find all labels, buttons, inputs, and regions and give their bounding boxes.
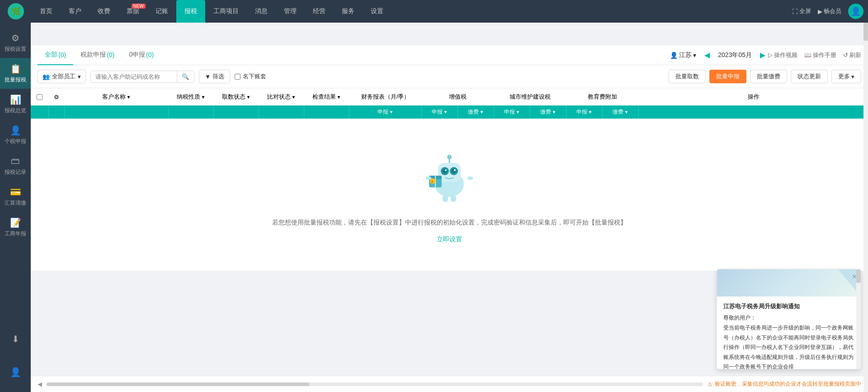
nav-accounting[interactable]: 记账 — [147, 0, 176, 23]
check-result-filter-icon[interactable]: ▼ — [337, 95, 341, 100]
annual-report-icon: 📝 — [10, 217, 21, 228]
user-avatar[interactable]: 👤 — [848, 4, 863, 19]
nav-billing[interactable]: 收费 — [90, 0, 118, 23]
svg-rect-18 — [451, 196, 456, 202]
operation-manual-btn[interactable]: 📖 操作手册 — [804, 51, 836, 59]
fetch-filter-icon[interactable]: ▼ — [246, 95, 251, 100]
tab-tax-declare[interactable]: 税款申报 (0) — [73, 45, 122, 65]
th-checkbox[interactable] — [31, 88, 49, 105]
filter-icon: ▼ — [205, 73, 211, 80]
current-date: 2023年05月 — [718, 51, 752, 59]
operation-video-btn[interactable]: ▷ 操作视频 — [768, 51, 797, 59]
sidebar-download[interactable]: ⬇ — [0, 324, 31, 354]
sidebar-item-tax-record[interactable]: 🗃 报税记录 — [0, 150, 31, 181]
region-selector[interactable]: 👤 江苏 ▾ — [670, 51, 696, 59]
sidebar-item-annual-report[interactable]: 📝 工商年报 — [0, 212, 31, 243]
sidebar-item-tax-settings[interactable]: ⚙ 报税设置 — [0, 27, 31, 58]
tax-record-icon: 🗃 — [10, 156, 21, 167]
video-icon: ▷ — [768, 52, 773, 58]
refresh-icon: ↺ — [843, 52, 848, 58]
right-scrollbar[interactable] — [863, 23, 868, 392]
search-input[interactable] — [91, 71, 177, 82]
select-all-checkbox[interactable] — [37, 94, 42, 100]
notification-content: 受当前电子税务局进一步升级的影响，同一个政务网账号（办税人）名下的企业不能再同时… — [723, 323, 854, 369]
th-financial-report: 财务报表（月/季） — [349, 88, 422, 105]
filter-label: 筛选 — [212, 72, 224, 81]
employee-select[interactable]: 👥 全部员工 ▾ — [38, 70, 86, 83]
taxpayer-filter-icon[interactable]: ▼ — [201, 95, 206, 100]
sidebar-label-tax-record: 报税记录 — [5, 168, 26, 176]
toolbar-right: 批量取数 批量申报 批量缴费 状态更新 更多 ▾ — [669, 70, 861, 83]
sidebar-item-personal-tax[interactable]: 👤 个税申报 — [0, 120, 31, 150]
robot-illustration: ¥ — [420, 146, 479, 205]
more-btn[interactable]: 更多 ▾ — [831, 70, 861, 83]
sub-th-edu-pay: 缴费 ▼ — [603, 105, 639, 119]
tab-tax-declare-badge: (0) — [107, 51, 114, 58]
right-scroll-thumb — [863, 23, 868, 41]
batch-fetch-btn[interactable]: 批量取数 — [669, 70, 706, 83]
th-settings[interactable]: ⚙ — [49, 88, 65, 105]
manual-icon: 📖 — [804, 52, 811, 58]
compare-filter-icon[interactable]: ▼ — [292, 95, 296, 100]
member-btn[interactable]: ▶ 畅会员 — [818, 7, 841, 15]
date-next-btn[interactable]: ▶ — [757, 50, 768, 61]
subaccount-checkbox[interactable] — [235, 74, 241, 80]
search-button[interactable]: 🔍 — [177, 71, 194, 82]
date-prev-btn[interactable]: ◀ — [702, 50, 712, 61]
th-vat: 增值税 — [422, 88, 494, 105]
sidebar-item-settlement[interactable]: 💳 汇算清缴 — [0, 181, 31, 212]
tab-all-badge: (0) — [58, 51, 66, 58]
batch-pay-btn[interactable]: 批量缴费 — [750, 70, 787, 83]
notification-body: 江苏电子税务局升级影响通知 尊敬的用户： 受当前电子税务局进一步升级的影响，同一… — [717, 296, 861, 369]
bottom-tip: ⚠ 验证账密、采集信息均成功的企业才会流转至批量报税页面中 — [708, 380, 861, 388]
urban-pay-filter-icon[interactable]: ▼ — [552, 110, 557, 115]
batch-declare-btn[interactable]: 批量申报 — [709, 70, 746, 83]
sidebar-item-batch-tax[interactable]: 📋 批量报税 — [0, 58, 31, 89]
notif-scrollbar[interactable] — [856, 269, 861, 369]
filter-button[interactable]: ▼ 筛选 — [199, 70, 230, 83]
edu-pay-filter-icon[interactable]: ▼ — [624, 110, 629, 115]
sidebar-item-tax-overview[interactable]: 📊 报税总览 — [0, 89, 31, 120]
scroll-left-arrow[interactable]: ◀ — [38, 381, 42, 387]
tab-all[interactable]: 全部 (0) — [38, 45, 73, 65]
tab-bar: 全部 (0) 税款申报 (0) 0申报 (0) 👤 江苏 ▾ ◀ 2023年05… — [31, 45, 868, 65]
personal-tax-icon: 👤 — [10, 125, 21, 136]
sidebar-user[interactable]: 👤 — [0, 357, 31, 387]
fin-declare-filter-icon[interactable]: ▼ — [389, 110, 394, 115]
subaccount-checkbox-label[interactable]: 名下账套 — [235, 72, 266, 81]
search-box: 🔍 — [90, 71, 194, 83]
nav-invoice[interactable]: 票据 NEW — [118, 0, 147, 23]
app-logo[interactable]: 🌿 — [5, 0, 27, 23]
nav-home[interactable]: 首页 — [32, 0, 61, 23]
setup-link[interactable]: 立即设置 — [437, 235, 462, 244]
nav-operation[interactable]: 经营 — [305, 0, 334, 23]
notification-salutation: 尊敬的用户： — [723, 313, 854, 323]
nav-service[interactable]: 服务 — [334, 0, 363, 23]
refresh-btn[interactable]: ↺ 刷新 — [843, 51, 861, 59]
nav-customer[interactable]: 客户 — [61, 0, 90, 23]
sub-th-financial-declare: 申报 ▼ — [349, 105, 422, 119]
th-edu-surcharge: 教育费附加 — [566, 88, 639, 105]
tab-zero-declare[interactable]: 0申报 (0) — [122, 45, 161, 65]
vat-declare-filter-icon[interactable]: ▼ — [443, 110, 448, 115]
svg-point-5 — [452, 169, 456, 173]
nav-biz[interactable]: 工商项目 — [205, 0, 247, 23]
subaccount-label: 名下账套 — [243, 72, 266, 81]
svg-point-9 — [447, 155, 452, 159]
nav-settings[interactable]: 设置 — [363, 0, 392, 23]
sidebar-bottom: ⬇ 👤 — [0, 324, 31, 387]
tab-zero-declare-badge: (0) — [146, 51, 154, 58]
nav-msg[interactable]: 消息 — [247, 0, 276, 23]
sub-th-edu-declare: 申报 ▼ — [566, 105, 603, 119]
fullscreen-btn[interactable]: ⛶ 全屏 — [792, 7, 811, 15]
nav-menu: 首页 客户 收费 票据 NEW 记账 报税 工商项目 消息 管理 经营 服务 设… — [32, 0, 792, 23]
edu-declare-filter-icon[interactable]: ▼ — [588, 110, 593, 115]
sidebar-label-personal-tax: 个税申报 — [5, 138, 26, 145]
urban-declare-filter-icon[interactable]: ▼ — [516, 110, 520, 115]
vat-pay-filter-icon[interactable]: ▼ — [480, 110, 484, 115]
nav-tax[interactable]: 报税 — [176, 0, 205, 23]
client-filter-icon[interactable]: ▼ — [127, 95, 131, 100]
nav-manage[interactable]: 管理 — [276, 0, 305, 23]
horizontal-scrollbar[interactable] — [47, 382, 703, 386]
status-update-btn[interactable]: 状态更新 — [791, 70, 828, 83]
